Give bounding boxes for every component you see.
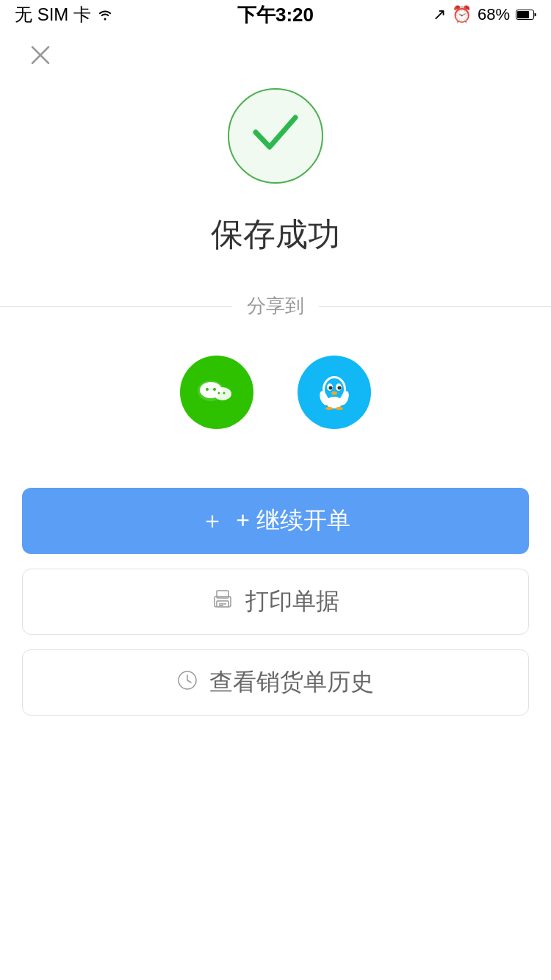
svg-point-7 bbox=[206, 388, 209, 391]
status-bar: 无 SIM 卡 下午3:20 ↗ ⏰ 68% bbox=[0, 0, 551, 29]
svg-rect-1 bbox=[517, 11, 529, 18]
svg-point-18 bbox=[326, 397, 342, 408]
svg-point-16 bbox=[338, 386, 342, 390]
history-label: 查看销货单历史 bbox=[209, 666, 374, 699]
printer-icon bbox=[212, 588, 234, 616]
share-section: 分享到 bbox=[0, 293, 551, 319]
wifi-icon bbox=[97, 4, 113, 25]
print-label: 打印单据 bbox=[245, 586, 339, 618]
location-icon: ↗ bbox=[433, 5, 446, 24]
battery-icon bbox=[516, 5, 536, 24]
wechat-share-button[interactable] bbox=[180, 356, 253, 429]
svg-point-20 bbox=[336, 407, 343, 410]
checkmark-icon bbox=[250, 110, 301, 162]
plus-icon: ＋ bbox=[201, 505, 224, 537]
svg-point-6 bbox=[214, 387, 231, 400]
print-button[interactable]: 打印单据 bbox=[22, 569, 529, 635]
alarm-icon: ⏰ bbox=[452, 5, 472, 24]
continue-button[interactable]: ＋ + 继续开单 bbox=[22, 488, 529, 554]
svg-point-17 bbox=[331, 392, 337, 395]
success-indicator bbox=[228, 88, 323, 184]
status-right: ↗ ⏰ 68% bbox=[433, 5, 536, 24]
svg-point-9 bbox=[218, 392, 220, 394]
action-buttons: ＋ + 继续开单 打印单据 bbox=[22, 488, 529, 716]
no-sim-text: 无 SIM 卡 bbox=[15, 3, 91, 26]
wechat-icon bbox=[195, 370, 239, 414]
close-button[interactable] bbox=[22, 37, 59, 73]
svg-point-8 bbox=[213, 388, 216, 391]
share-label: 分享到 bbox=[232, 293, 319, 319]
success-title: 保存成功 bbox=[211, 213, 340, 256]
status-left: 无 SIM 卡 bbox=[15, 3, 113, 26]
battery-text: 68% bbox=[478, 5, 510, 24]
svg-point-10 bbox=[223, 392, 226, 394]
history-button[interactable]: 查看销货单历史 bbox=[22, 649, 529, 716]
svg-point-15 bbox=[329, 386, 333, 390]
svg-point-19 bbox=[325, 407, 333, 410]
continue-label: + 继续开单 bbox=[236, 505, 350, 537]
share-icons-group bbox=[180, 356, 371, 429]
clock-icon bbox=[177, 669, 198, 696]
status-time: 下午3:20 bbox=[237, 2, 314, 28]
main-content: 保存成功 分享到 bbox=[0, 29, 551, 716]
close-icon bbox=[29, 44, 51, 66]
qq-icon bbox=[312, 370, 356, 414]
qq-share-button[interactable] bbox=[298, 356, 371, 429]
